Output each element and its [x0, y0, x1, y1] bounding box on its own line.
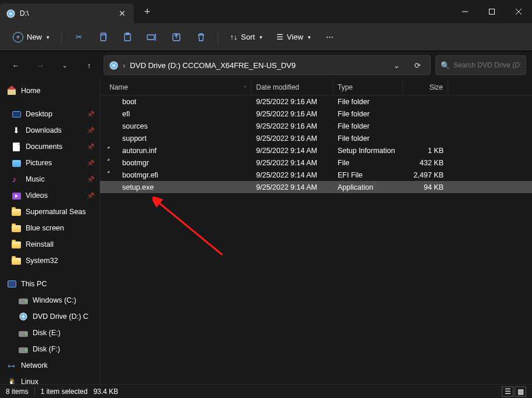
- tab-title: D:\: [20, 9, 114, 17]
- svg-rect-7: [147, 35, 154, 40]
- close-tab-icon[interactable]: ✕: [119, 9, 126, 18]
- sidebar-downloads[interactable]: ⬇Downloads📌: [0, 122, 100, 138]
- file-name: efi: [122, 110, 130, 118]
- paste-button[interactable]: [116, 27, 139, 47]
- up-button[interactable]: ↑: [79, 55, 99, 75]
- minimize-button[interactable]: [452, 2, 478, 21]
- folder-icon: [109, 97, 119, 106]
- sidebar-pictures[interactable]: Pictures📌: [0, 155, 100, 171]
- folder-icon: [12, 207, 21, 216]
- sidebar-documents[interactable]: Documents📌: [0, 138, 100, 155]
- file-date: 9/25/2022 9:14 AM: [251, 147, 333, 155]
- address-path: DVD Drive (D:) CCCOMA_X64FRE_EN-US_DV9: [130, 61, 384, 70]
- sidebar-supernatural[interactable]: Supernatural Seas: [0, 204, 100, 220]
- sidebar-home[interactable]: Home: [0, 83, 100, 99]
- sort-icon: ↑↓: [230, 33, 237, 41]
- refresh-button[interactable]: ⟳: [409, 57, 425, 73]
- file-list-pane: Name^ Date modified Type Size boot9/25/2…: [100, 79, 532, 384]
- sidebar-bluescreen[interactable]: Blue screen: [0, 220, 100, 236]
- copy-icon: [98, 33, 108, 42]
- copy-button[interactable]: [92, 27, 114, 47]
- search-icon: 🔍: [441, 61, 450, 70]
- file-name: boot: [122, 98, 136, 106]
- file-size: 1 KB: [403, 147, 448, 155]
- file-row[interactable]: setup.exe9/25/2022 9:14 AMApplication94 …: [100, 181, 532, 193]
- sidebar-desktop[interactable]: Desktop📌: [0, 106, 100, 122]
- share-icon: [172, 33, 181, 42]
- sidebar-linux[interactable]: 🐧Linux: [0, 374, 100, 384]
- sidebar-videos[interactable]: Videos📌: [0, 187, 100, 204]
- recent-button[interactable]: ⌄: [55, 55, 75, 75]
- file-row[interactable]: bootmgr9/25/2022 9:14 AMFile432 KB: [100, 157, 532, 169]
- file-row[interactable]: autorun.inf9/25/2022 9:14 AMSetup Inform…: [100, 144, 532, 157]
- chevron-down-icon: ▾: [47, 34, 49, 40]
- active-tab[interactable]: D:\ ✕: [0, 3, 134, 23]
- pin-icon: 📌: [87, 192, 95, 200]
- details-view-button[interactable]: ☰: [502, 386, 513, 397]
- file-name: autorun.inf: [122, 147, 157, 155]
- maximize-button[interactable]: [478, 2, 505, 21]
- history-dropdown-button[interactable]: ⌄: [388, 57, 405, 73]
- disc-icon: [109, 61, 118, 70]
- file-name: bootmgr.efi: [122, 171, 158, 179]
- sort-button[interactable]: ↑↓ Sort ▾: [224, 27, 268, 47]
- view-button[interactable]: ☰ View ▾: [271, 27, 317, 47]
- address-bar[interactable]: › DVD Drive (D:) CCCOMA_X64FRE_EN-US_DV9…: [104, 55, 431, 75]
- column-name[interactable]: Name^: [105, 79, 251, 95]
- thumbnails-view-button[interactable]: ▦: [515, 386, 526, 397]
- file-row[interactable]: sources9/25/2022 9:16 AMFile folder: [100, 120, 532, 132]
- new-button[interactable]: + New ▾: [7, 27, 55, 47]
- search-box[interactable]: 🔍: [435, 55, 526, 75]
- folder-icon: [109, 109, 119, 119]
- pin-icon: 📌: [87, 143, 95, 151]
- file-type: File folder: [333, 122, 403, 130]
- file-name: bootmgr: [122, 159, 149, 167]
- forward-button[interactable]: →: [30, 55, 50, 75]
- network-icon: ⧟: [7, 361, 16, 370]
- file-row[interactable]: boot9/25/2022 9:16 AMFile folder: [100, 95, 532, 108]
- file-row[interactable]: support9/25/2022 9:16 AMFile folder: [100, 132, 532, 144]
- sidebar-network[interactable]: ⧟Network: [0, 357, 100, 374]
- file-date: 9/25/2022 9:16 AM: [251, 134, 333, 143]
- search-input[interactable]: [453, 61, 521, 69]
- sort-label: Sort: [241, 33, 255, 41]
- new-tab-button[interactable]: +: [137, 2, 157, 22]
- chevron-down-icon: ▾: [260, 34, 263, 40]
- drive-icon: [19, 296, 28, 305]
- disc-icon: [6, 9, 15, 18]
- column-size[interactable]: Size: [403, 79, 448, 95]
- sidebar-diske[interactable]: Disk (E:): [0, 325, 100, 341]
- file-size: 432 KB: [403, 159, 448, 167]
- file-type: Application: [333, 183, 403, 191]
- cut-button[interactable]: ✂: [68, 27, 90, 47]
- close-button[interactable]: [505, 2, 532, 21]
- delete-button[interactable]: [190, 27, 212, 47]
- more-button[interactable]: ⋯: [319, 27, 341, 47]
- sidebar-diskf[interactable]: Disk (F:): [0, 341, 100, 357]
- linux-icon: 🐧: [7, 377, 16, 384]
- file-icon: [109, 146, 119, 155]
- clipboard-icon: [123, 33, 132, 42]
- file-row[interactable]: efi9/25/2022 9:16 AMFile folder: [100, 108, 532, 120]
- sidebar-dvdd[interactable]: DVD Drive (D:) C: [0, 308, 100, 325]
- sidebar-system32[interactable]: System32: [0, 253, 100, 269]
- sidebar-winc[interactable]: Windows (C:): [0, 292, 100, 308]
- folder-icon: [109, 122, 119, 131]
- share-button[interactable]: [165, 27, 187, 47]
- column-date[interactable]: Date modified: [251, 79, 333, 95]
- download-icon: ⬇: [12, 126, 21, 135]
- sidebar-reinstall[interactable]: Reinstall: [0, 236, 100, 253]
- file-name: support: [122, 134, 147, 143]
- sidebar-music[interactable]: ♪Music📌: [0, 171, 100, 187]
- separator: [218, 30, 218, 44]
- file-date: 9/25/2022 9:14 AM: [251, 171, 333, 179]
- navigation-pane: Home Desktop📌 ⬇Downloads📌 Documents📌 Pic…: [0, 79, 100, 384]
- file-date: 9/25/2022 9:16 AM: [251, 122, 333, 130]
- rename-button[interactable]: [141, 27, 163, 47]
- file-date: 9/25/2022 9:16 AM: [251, 110, 333, 118]
- back-button[interactable]: ←: [6, 55, 26, 75]
- sidebar-thispc[interactable]: This PC: [0, 276, 100, 292]
- file-row[interactable]: bootmgr.efi9/25/2022 9:14 AMEFI File2,49…: [100, 169, 532, 181]
- file-name: setup.exe: [122, 183, 154, 191]
- column-type[interactable]: Type: [333, 79, 403, 95]
